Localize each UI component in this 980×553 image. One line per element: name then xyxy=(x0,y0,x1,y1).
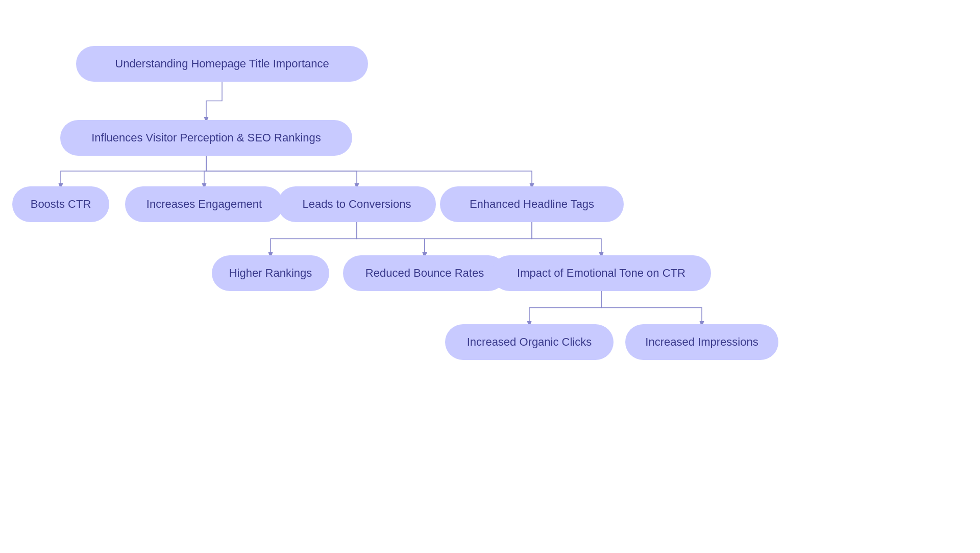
node-node6: Higher Rankings xyxy=(212,255,329,291)
node-node4: Leads to Conversions xyxy=(278,186,436,222)
node-node5: Enhanced Headline Tags xyxy=(440,186,624,222)
node-node7: Reduced Bounce Rates xyxy=(343,255,506,291)
node-node3: Increases Engagement xyxy=(125,186,283,222)
node-node2: Boosts CTR xyxy=(12,186,109,222)
node-node8: Impact of Emotional Tone on CTR xyxy=(492,255,711,291)
node-node10: Increased Impressions xyxy=(625,324,778,360)
node-node1: Influences Visitor Perception & SEO Rank… xyxy=(60,120,352,156)
node-node9: Increased Organic Clicks xyxy=(445,324,614,360)
node-root: Understanding Homepage Title Importance xyxy=(76,46,368,82)
diagram-container: Understanding Homepage Title ImportanceI… xyxy=(0,0,980,553)
